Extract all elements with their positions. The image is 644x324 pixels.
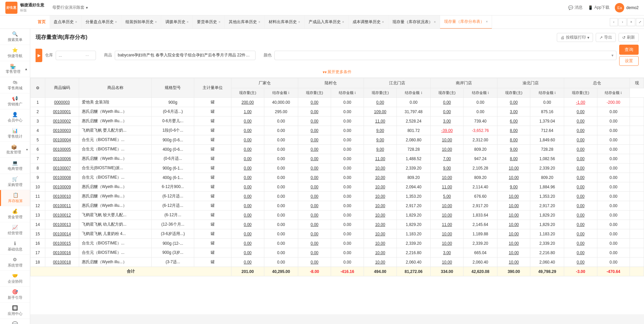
cell-total-qty: 0.00 (564, 201, 597, 211)
tab-0[interactable]: 盘点单历史 × (50, 15, 82, 29)
sidebar-item-shortcut[interactable]: ⭐ 快捷导航 (0, 45, 30, 61)
tab-8[interactable]: 成本调整单历史 × (348, 15, 388, 29)
industry-selector[interactable]: 母婴行业演示陈套 (52, 5, 85, 10)
color-input-wrapper[interactable]: ▾ (274, 51, 616, 60)
app-download-btn[interactable]: 📱 App下载 (588, 5, 609, 10)
tab-9[interactable]: 现存量（库存状况表） × (388, 15, 440, 29)
cell-total-qty: 0.00 (564, 229, 597, 239)
cell-yubei-qty: 9.00 (497, 182, 530, 192)
sidebar-item-retail-mgmt[interactable]: 🏪 零售管理 ▲ (0, 61, 30, 77)
cell-factory-amt: 0.00 (264, 192, 298, 201)
tab-close-icon[interactable]: × (187, 20, 189, 24)
nav-close-all-btn[interactable]: × (627, 18, 635, 26)
tab-7[interactable]: 产成品入库单历史 × (305, 15, 348, 29)
tab-home[interactable]: 首页 (34, 15, 50, 29)
goods-input-wrapper[interactable]: babycare孕妇待产包 春季入院全套母子组合孕妇产后冬季月子用品 22件套 … (115, 51, 256, 60)
logo-area: 好生意 畅捷通好生意 标版 母婴行业演示陈套 ▾ (5, 2, 88, 14)
cell-name: 飞鹤星飞帆 幼儿配方奶... (79, 220, 152, 229)
table-container[interactable]: ⚙ 商品编码 商品名称 规格型号 主计量单位 厂家仓 陆村仓 江北门店 南岸门店… (30, 78, 644, 314)
tab-close-icon[interactable]: × (258, 20, 260, 24)
th-unit: 主计量单位 (194, 78, 231, 98)
sidebar-item-member[interactable]: 👤 会员中心 (0, 109, 30, 126)
user-area[interactable]: Ea demo2 (615, 3, 639, 12)
sidebar-item-retail-mall[interactable]: 🛍 零售商城 (0, 77, 30, 93)
tab-close-icon[interactable]: × (115, 20, 117, 24)
sidebar-item-search[interactable]: 🔍 搜索英单 (0, 29, 30, 45)
toggle-filter-btn[interactable]: ▶ (36, 49, 42, 62)
sidebar-item-guide[interactable]: 🎯 新手引导 (0, 287, 30, 303)
cell-no: 6 (31, 145, 45, 154)
cell-factory-amt: 0.00 (264, 173, 298, 182)
sidebar-item-label: 新手引导 (8, 295, 22, 300)
nav-prev-btn[interactable]: ‹ (610, 18, 618, 26)
tab-close-icon[interactable]: × (218, 20, 220, 24)
tab-1[interactable]: 分量盘点单历史 × (82, 15, 121, 29)
message-btn[interactable]: 💬 消息 (568, 5, 583, 10)
cell-total-amt: 0.00 (597, 164, 630, 173)
query-btn[interactable]: 查询 (619, 45, 639, 55)
cell-factory-qty: 0.00 (231, 201, 264, 211)
page-actions: 🖨 按模版打印 ▾ ↗ 导出 ↺ 刷新 (557, 33, 639, 42)
tab-3[interactable]: 调拨单历史 × (161, 15, 193, 29)
collab-icon: 🤝 (12, 273, 18, 278)
cell-factory-qty: 0.00 (231, 135, 264, 145)
color-input[interactable] (277, 53, 611, 58)
sidebar-item-inventory[interactable]: 📋 库存核算 (0, 190, 30, 206)
sidebar-item-wechat[interactable]: 💬 企业微信 (0, 319, 30, 324)
cell-code: 00100012 (45, 211, 79, 220)
sidebar-item-finance[interactable]: 💰 资金管理 (0, 206, 30, 222)
warehouse-input[interactable] (59, 53, 86, 58)
tab-4[interactable]: 要货单历史 × (193, 15, 225, 29)
tab-2[interactable]: 组装拆卸单历史 × (121, 15, 161, 29)
tab-close-icon[interactable]: × (155, 20, 157, 24)
cell-spec: 900g (152, 98, 194, 107)
th-gear[interactable]: ⚙ (31, 78, 45, 98)
sidebar-item-wholesale[interactable]: 📦 批发管理 ▾ (0, 142, 30, 158)
cell-unit: 罐 (194, 107, 231, 117)
cell-jiangbei-amt: 31,797.48 (396, 107, 430, 117)
th-total-qty: 现存量(主) (564, 88, 597, 98)
sidebar-item-apps[interactable]: 🔲 应用中心 (0, 303, 30, 319)
tab-close-icon[interactable]: × (75, 20, 77, 24)
sidebar-item-system[interactable]: ⚙ 系统管理 (0, 254, 30, 271)
app-sub: 标版 (20, 8, 44, 13)
tab-close-icon[interactable]: × (298, 20, 300, 24)
tab-active[interactable]: 现存量（库存分布表） × (440, 15, 492, 29)
print-btn[interactable]: 🖨 按模版打印 ▾ (557, 33, 593, 42)
sidebar-item-purchase[interactable]: 🛒 采购管理 (0, 174, 30, 190)
export-btn[interactable]: ↗ 导出 (596, 33, 616, 42)
sidebar-item-label: 电商管理 (8, 166, 22, 171)
tab-close-icon[interactable]: × (486, 20, 488, 24)
cell-total-amt: 0.00 (597, 201, 630, 211)
tab-6[interactable]: 材料出库单历史 × (265, 15, 305, 29)
sidebar-item-marketing[interactable]: 📢 营销推广 (0, 93, 30, 109)
cell-yubei-amt: 1,379.04 (530, 117, 564, 126)
th-code: 商品编码 (45, 78, 79, 98)
cell-jiangbei-amt: 1,183.20 (396, 229, 430, 239)
warehouse-input-wrapper[interactable]: ··· (56, 51, 96, 60)
sidebar-item-ecommerce[interactable]: 💻 电商管理 (0, 158, 30, 174)
sidebar-item-collab[interactable]: 🤝 企业协同 (0, 271, 30, 287)
cell-spec: (12-36个月... (152, 220, 194, 229)
sidebar-item-retail-stats[interactable]: 📊 零售统计 (0, 126, 30, 142)
cell-factory-qty: 200.00 (231, 98, 264, 107)
tab-close-icon[interactable]: × (434, 20, 436, 24)
nav-expand-btn[interactable]: ⤢ (636, 18, 644, 26)
settings-btn[interactable]: 设置 (619, 56, 639, 66)
search-icon: 🔍 (12, 31, 18, 37)
sidebar-item-operations[interactable]: 📈 经营管理 (0, 222, 30, 238)
warehouse-picker-btn[interactable]: ··· (86, 53, 89, 58)
cell-jiangbei-amt: 2,339.20 (396, 239, 430, 248)
tab-close-icon[interactable]: × (382, 20, 384, 24)
table-row: 15 00100014 飞鹤星飞帆 儿童奶粉 4... (3-6岁适用...) … (31, 229, 644, 239)
table-row: 12 00100011 惠氏启醚（Wyeth illu...） (6-12月适.… (31, 201, 644, 211)
tab-close-icon[interactable]: × (342, 20, 344, 24)
cell-name: 惠氏启醚（Wyeth illu...） (79, 107, 152, 117)
sidebar-item-basic-info[interactable]: ℹ 基础信息 (0, 238, 30, 254)
cell-spec: (6-12月... (152, 211, 194, 220)
tab-5[interactable]: 其他出库单历史 × (225, 15, 265, 29)
nav-next-btn[interactable]: › (619, 18, 627, 26)
expand-conditions-btn[interactable]: ▾▾ 展开更多条件 (323, 69, 352, 75)
refresh-btn[interactable]: ↺ 刷新 (619, 33, 639, 42)
username: demo2 (626, 5, 639, 10)
